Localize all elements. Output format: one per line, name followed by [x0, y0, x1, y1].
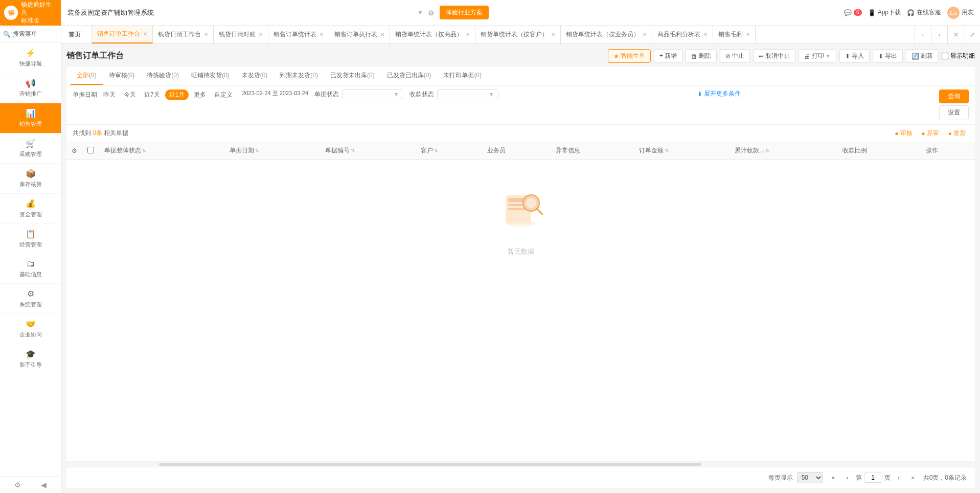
tab-close-sales-profit[interactable]: ✕ [746, 32, 750, 37]
last-page-button[interactable]: » [907, 472, 919, 484]
col-number: 单据编号⇅ [320, 142, 416, 160]
sub-tab-not-shipped[interactable]: 未发货(0) [236, 67, 274, 85]
sidebar-item-enterprise[interactable]: 🤝企业协同 [0, 314, 61, 344]
sub-tab-shipped-not-in[interactable]: 已发货未出库(0) [324, 67, 381, 85]
system-icon: ⚙ [27, 289, 34, 299]
collapse-icon[interactable]: ◀ [41, 481, 47, 489]
sidebar-item-inventory[interactable]: 📦库存核算 [0, 164, 61, 194]
system-dropdown-icon[interactable]: ▼ [418, 10, 423, 15]
sidebar-item-purchase[interactable]: 🛒采购管理 [0, 133, 61, 164]
sidebar-item-finance[interactable]: 💰资金管理 [0, 194, 61, 224]
delete-button[interactable]: 🗑 删除 [686, 49, 717, 63]
table-scroll[interactable]: ⚙ 单据整体状态⇅ 单据日期⇅ 单据编号⇅ 客户⇅ 业务员 异常信息 订单金额⇅… [66, 142, 975, 461]
date-today[interactable]: 今天 [121, 89, 139, 100]
date-7days[interactable]: 近7天 [141, 89, 163, 100]
tab-close-sales-summary-staff[interactable]: ✕ [643, 32, 647, 37]
online-service-button[interactable]: 🎧 在线客服 [907, 8, 941, 17]
add-button[interactable]: + 新增 [654, 49, 682, 63]
settings-button[interactable]: 设置 [939, 105, 969, 120]
tab-close-sales-summary-cust[interactable]: ✕ [551, 32, 555, 37]
payment-select[interactable]: ▼ [437, 89, 498, 99]
tab-close-daily-reconcile[interactable]: ✕ [259, 32, 263, 37]
first-page-button[interactable]: « [827, 472, 839, 484]
tab-close-gross-profit[interactable]: ✕ [703, 32, 708, 37]
date-yesterday[interactable]: 昨天 [100, 89, 119, 100]
search-menu[interactable]: 🔍 搜索菜单 [0, 26, 61, 43]
col-ratio: 收款比例 [837, 142, 921, 160]
show-detail-input[interactable] [942, 53, 948, 59]
svg-rect-3 [508, 204, 523, 206]
tab-sales-workbench[interactable]: 销售订单工作台✕ [92, 26, 153, 43]
tab-prev-button[interactable]: ‹ [915, 26, 931, 44]
tab-close-sales-workbench[interactable]: ✕ [143, 31, 147, 37]
industry-solution-button[interactable]: 体验行业方案 [440, 6, 489, 19]
tab-label-sales-summary-cust: 销货单统计表（按客户） [481, 30, 548, 39]
date-custom[interactable]: 自定义 [211, 89, 236, 100]
show-detail-checkbox[interactable]: 显示明细 [942, 52, 975, 60]
page-size-select[interactable]: 50 100 200 [797, 472, 823, 483]
prev-page-button[interactable]: ‹ [841, 472, 854, 484]
tab-next-button[interactable]: › [931, 26, 947, 44]
ship-button[interactable]: ● 发货 [945, 128, 969, 139]
sub-tab-not-printed[interactable]: 未打印单据(0) [437, 67, 488, 85]
user-menu[interactable]: Ea 用友 [947, 7, 974, 19]
tab-sales-summary-prod[interactable]: 销货单统计表（按商品）✕ [390, 26, 475, 43]
col-gear[interactable]: ⚙ [66, 142, 82, 160]
export-button[interactable]: ⬇ 导出 [873, 49, 903, 63]
tab-sales-stat[interactable]: 销售订单统计表✕ [268, 26, 329, 43]
cancel-suspend-button[interactable]: ↩ 取消中止 [753, 49, 795, 63]
sub-tab-shipped-in[interactable]: 已发货已出库(0) [381, 67, 438, 85]
app-download-button[interactable]: 📱 App下载 [868, 8, 901, 17]
tab-sales-profit[interactable]: 销售毛利✕ [713, 26, 756, 43]
tab-daily-reconcile[interactable]: 钱货日清对账✕ [214, 26, 268, 43]
date-more[interactable]: 更多 [191, 89, 209, 100]
status-select[interactable]: ▼ [342, 89, 403, 99]
sub-tab-wangpu-pending[interactable]: 旺铺待发货(0) [185, 67, 236, 85]
tab-close-sales-summary-prod[interactable]: ✕ [466, 32, 470, 37]
sub-tab-pending-review[interactable]: 待审核(0) [103, 67, 141, 85]
tab-close-sales-exec[interactable]: ✕ [380, 32, 384, 37]
review-button[interactable]: ● 审核 [892, 128, 915, 139]
page-number-input[interactable] [864, 473, 882, 483]
tab-home[interactable]: 首页 [61, 26, 92, 43]
import-button[interactable]: ⬆ 导入 [839, 49, 870, 63]
select-all-checkbox[interactable] [87, 147, 94, 153]
sidebar-item-marketing[interactable]: 📢营销推广 [0, 73, 61, 103]
query-button[interactable]: 查询 [939, 89, 969, 103]
smart-create-button[interactable]: ★ 智能生单 [608, 49, 651, 63]
sidebar-item-sales[interactable]: 📊销售管理 [0, 103, 61, 133]
sidebar-item-quick-nav[interactable]: ⚡快捷导航 [0, 43, 61, 73]
sub-tab-all[interactable]: 全部(0) [71, 67, 103, 85]
sidebar-item-basic[interactable]: 🗂基础信息 [0, 254, 61, 284]
horizontal-scrollbar[interactable] [66, 461, 975, 467]
sidebar-item-newbie[interactable]: 🎓新手引导 [0, 344, 61, 374]
suspend-icon: ⊘ [725, 53, 731, 60]
next-page-button[interactable]: › [893, 472, 905, 484]
system-title: 装备及固定资产辅助管理系统 [67, 8, 413, 17]
tab-sales-exec[interactable]: 销售订单执行表✕ [329, 26, 390, 43]
topbar-gear-icon[interactable]: ⚙ [428, 9, 435, 17]
sidebar-item-operations[interactable]: 📋经营管理 [0, 224, 61, 254]
tab-close-all-button[interactable]: ✕ [947, 26, 964, 44]
user-avatar: Ea [947, 7, 960, 19]
tab-expand-button[interactable]: ⤢ [964, 26, 980, 44]
tab-sales-summary-staff[interactable]: 销货单统计表（按业务员）✕ [561, 26, 652, 43]
suspend-button[interactable]: ⊘ 中止 [720, 49, 750, 63]
refresh-button[interactable]: 🔄 刷新 [906, 49, 939, 63]
settings-icon[interactable]: ⚙ [14, 481, 21, 489]
cancel-review-button[interactable]: ● 弃审 [919, 128, 942, 139]
sidebar-item-system[interactable]: ⚙系统管理 [0, 284, 61, 314]
tab-sales-summary-cust[interactable]: 销货单统计表（按客户）✕ [475, 26, 561, 43]
tab-close-sales-stat[interactable]: ✕ [320, 32, 324, 37]
message-button[interactable]: 💬 6 [844, 9, 862, 16]
print-button[interactable]: 🖨 打印 ▼ [799, 49, 836, 63]
scrollbar-thumb[interactable] [159, 463, 701, 466]
tab-close-daily-cash[interactable]: ✕ [204, 32, 208, 37]
tab-daily-cash[interactable]: 钱货日清工作台✕ [153, 26, 214, 43]
sub-tab-pending-check[interactable]: 待拣验货(0) [141, 67, 185, 85]
sub-tab-overdue-not-shipped[interactable]: 到期未发货(0) [274, 67, 324, 85]
expand-filter-button[interactable]: ⬇ 展开更多条件 [697, 89, 741, 98]
col-checkbox[interactable] [82, 142, 99, 160]
date-1month[interactable]: 近1月 [165, 89, 189, 100]
tab-gross-profit[interactable]: 商品毛利分析表✕ [652, 26, 713, 43]
